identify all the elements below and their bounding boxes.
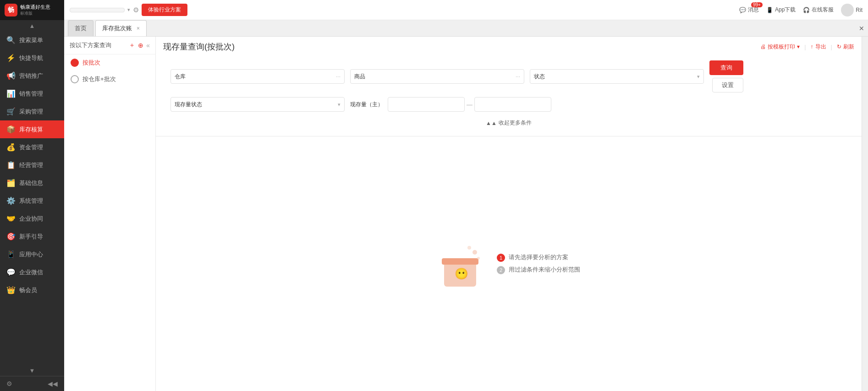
- sidebar-item-sales[interactable]: 📊 销售管理: [0, 85, 64, 103]
- sidebar-item-member[interactable]: 👑 畅会员: [0, 281, 64, 299]
- sidebar-item-operations[interactable]: 📋 经营管理: [0, 156, 64, 174]
- sidebar-item-label: 快捷导航: [19, 54, 43, 62]
- sidebar: 畅 畅康通好生意 标准版 ▲ 🔍 搜索菜单 ⚡ 快捷导航 📢 营销推广 📊 销售…: [0, 0, 64, 391]
- warehouse-field[interactable]: 仓库 ···: [170, 69, 345, 84]
- collapse-conditions-row[interactable]: ▲▲ 收起更多条件: [170, 116, 847, 131]
- headset-icon: 🎧: [803, 7, 810, 13]
- phone-icon: 📱: [766, 7, 773, 13]
- inventory-qty-min[interactable]: [388, 97, 465, 112]
- username-label: Rit: [856, 7, 863, 13]
- sidebar-item-marketing[interactable]: 📢 营销推广: [0, 67, 64, 85]
- sidebar-item-label: 系统管理: [19, 197, 43, 205]
- sidebar-scroll-up[interactable]: ▲: [0, 20, 64, 31]
- sidebar-item-finance[interactable]: 💰 资金管理: [0, 138, 64, 156]
- product-field[interactable]: 商品 ···: [350, 69, 524, 84]
- sidebar-item-inventory[interactable]: 📦 库存核算: [0, 120, 64, 138]
- filter-panel-header: 按以下方案查询 ＋ ⊕ «: [64, 37, 155, 54]
- messages-button[interactable]: 💬 消息 99+: [739, 6, 759, 14]
- svg-point-4: [477, 257, 480, 260]
- inventory-qty-max[interactable]: [474, 97, 551, 112]
- conditions-row-1: 仓库 ··· 商品 ··· 状态 ▾: [170, 60, 847, 92]
- tab-panel-close-button[interactable]: ✕: [859, 25, 864, 32]
- marketing-icon: 📢: [6, 71, 16, 80]
- status-dropdown[interactable]: 状态 ▾: [530, 69, 704, 84]
- step2-text: 用过滤条件来缩小分析范围: [509, 266, 580, 274]
- sidebar-item-enterprise[interactable]: 🤝 企业协同: [0, 210, 64, 228]
- trial-button[interactable]: 体验行业方案: [142, 4, 187, 16]
- sidebar-item-newguide[interactable]: 🎯 新手引导: [0, 228, 64, 245]
- filter-panel-title: 按以下方案查询: [70, 41, 111, 49]
- refresh-button[interactable]: ↻ 刷新: [837, 43, 854, 51]
- right-scrollbar[interactable]: [862, 37, 868, 391]
- warehouse-more-icon[interactable]: ···: [336, 73, 341, 80]
- wxwork-icon: 💬: [6, 268, 16, 277]
- filter-item-batch-label: 按批次: [82, 59, 100, 67]
- topbar: ▾ ⚙ 体验行业方案 💬 消息 99+ 📱 App下载 🎧 在线客服 Rit: [64, 0, 868, 20]
- sidebar-item-base[interactable]: 🗂️ 基础信息: [0, 174, 64, 192]
- main-area: ▾ ⚙ 体验行业方案 💬 消息 99+ 📱 App下载 🎧 在线客服 Rit: [64, 0, 868, 391]
- settings-button[interactable]: 设置: [712, 78, 743, 92]
- print-label: 按模板打印: [768, 43, 795, 51]
- filter-item-warehouse-batch[interactable]: 按仓库+批次: [64, 71, 155, 87]
- product-input[interactable]: [368, 73, 516, 80]
- company-name: 畅康通好生意: [20, 4, 50, 10]
- topbar-search-area: ▾ ⚙ 体验行业方案: [70, 4, 735, 16]
- online-service-label: 在线客服: [812, 6, 834, 14]
- sidebar-item-label: 经营管理: [19, 161, 43, 169]
- sidebar-item-wxwork[interactable]: 💬 企业微信: [0, 263, 64, 281]
- topbar-search-box[interactable]: [70, 8, 125, 12]
- query-button[interactable]: 查询: [709, 60, 743, 75]
- export-button[interactable]: ↑ 导出: [811, 43, 826, 51]
- warehouse-input[interactable]: [188, 73, 336, 80]
- filter-collapse-icon[interactable]: «: [146, 42, 150, 49]
- inventory-status-dropdown[interactable]: 现存量状态 ▾: [170, 97, 345, 112]
- filter-item-active-dot: [71, 59, 79, 67]
- finance-icon: 💰: [6, 143, 16, 152]
- sidebar-item-purchase[interactable]: 🛒 采购管理: [0, 103, 64, 120]
- system-icon: ⚙️: [6, 196, 16, 205]
- export-icon: ↑: [811, 43, 813, 50]
- newguide-icon: 🎯: [6, 232, 16, 241]
- print-arrow-icon[interactable]: ▾: [797, 43, 800, 50]
- filter-settings-icon[interactable]: ⊕: [138, 42, 143, 49]
- sidebar-item-quicknav[interactable]: ⚡ 快捷导航: [0, 49, 64, 67]
- topbar-chevron-icon[interactable]: ▾: [127, 7, 130, 13]
- refresh-icon: ↻: [837, 43, 841, 50]
- sidebar-item-label: 库存核算: [19, 125, 43, 134]
- sidebar-nav: 🔍 搜索菜单 ⚡ 快捷导航 📢 营销推广 📊 销售管理 🛒 采购管理 📦 库存核…: [0, 31, 64, 365]
- collapse-sidebar-icon[interactable]: ◀◀: [48, 380, 58, 387]
- topbar-gear-icon[interactable]: ⚙: [133, 6, 139, 14]
- operations-icon: 📋: [6, 161, 16, 169]
- enterprise-icon: 🤝: [6, 214, 16, 223]
- online-service-button[interactable]: 🎧 在线客服: [803, 6, 834, 14]
- inventory-icon: 📦: [6, 125, 16, 134]
- search-nav-icon: 🔍: [6, 36, 16, 44]
- avatar: [841, 4, 854, 16]
- home-tab-label: 首页: [75, 24, 87, 33]
- tab-close-icon[interactable]: ×: [137, 25, 140, 32]
- user-area[interactable]: Rit: [841, 4, 863, 16]
- sidebar-item-label: 资金管理: [19, 143, 43, 152]
- sidebar-scroll-down[interactable]: ▼: [0, 365, 64, 376]
- step2-number: 2: [497, 266, 505, 274]
- filter-item-batch[interactable]: 按批次: [64, 54, 155, 71]
- tab-inventory[interactable]: 库存批次账 ×: [95, 20, 147, 36]
- svg-point-5: [467, 246, 471, 250]
- filter-add-icon[interactable]: ＋: [129, 41, 135, 49]
- app-download-button[interactable]: 📱 App下载: [766, 6, 796, 14]
- sidebar-item-label: 企业微信: [19, 268, 43, 277]
- filter-header-icons: ＋ ⊕ «: [129, 41, 150, 49]
- tab-home[interactable]: 首页: [68, 20, 93, 36]
- sidebar-item-search[interactable]: 🔍 搜索菜单: [0, 31, 64, 49]
- sidebar-item-system[interactable]: ⚙️ 系统管理: [0, 192, 64, 210]
- purchase-icon: 🛒: [6, 107, 16, 116]
- product-more-icon[interactable]: ···: [516, 73, 520, 80]
- svg-text:😶: 😶: [455, 267, 468, 280]
- sales-icon: 📊: [6, 89, 16, 98]
- settings-footer-icon[interactable]: ⚙: [6, 380, 12, 387]
- sidebar-item-appcenter[interactable]: 📱 应用中心: [0, 245, 64, 263]
- close-panel-icon: ✕: [859, 25, 864, 32]
- inventory-tab-label: 库存批次账: [102, 24, 132, 33]
- sidebar-item-label: 畅会员: [19, 286, 37, 294]
- print-button[interactable]: 🖨 按模板打印 ▾: [760, 43, 800, 51]
